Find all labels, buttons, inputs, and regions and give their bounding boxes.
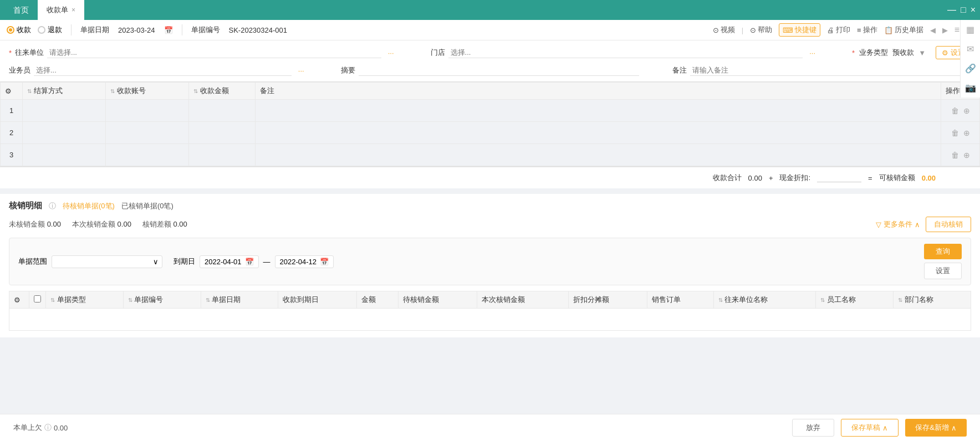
query-btn[interactable]: 查询 xyxy=(924,244,962,259)
amount-sort-icon: ⇅ xyxy=(193,88,198,94)
prev-icon[interactable]: ◀ xyxy=(930,26,936,34)
counterparty-field: * 往来单位 ··· xyxy=(9,47,397,58)
bt-type-sort-icon: ⇅ xyxy=(50,297,55,303)
bt-settings-icon[interactable]: ⚙ xyxy=(14,296,21,304)
camera-sidebar-icon[interactable]: 📷 xyxy=(965,83,976,93)
row-copy-icon-1[interactable]: ⊕ xyxy=(963,106,970,115)
auto-verify-btn[interactable]: 自动核销 xyxy=(926,217,971,232)
bt-col-employee-header: ⇅ 员工名称 xyxy=(816,291,894,309)
operation-btn[interactable]: ≡ 操作 xyxy=(857,25,877,35)
row-account-1[interactable] xyxy=(106,100,189,122)
row-copy-icon-2[interactable]: ⊕ xyxy=(963,129,970,137)
row-account-3[interactable] xyxy=(106,144,189,166)
table-sidebar-icon[interactable]: ▦ xyxy=(966,24,974,35)
help-btn[interactable]: ⊙ 帮助 xyxy=(750,25,772,35)
more-filter-btn[interactable]: ▽ 更多条件 ∧ xyxy=(876,219,920,229)
row-amount-2[interactable] xyxy=(189,122,256,144)
bottom-table: ⚙ ⇅ 单据类型 ⇅ 单据编号 ⇅ 单据日期 xyxy=(9,291,971,331)
radio-receipt[interactable]: 收款 xyxy=(7,25,31,35)
filter-right: ▽ 更多条件 ∧ 自动核销 xyxy=(876,217,971,232)
account-sort-icon: ⇅ xyxy=(110,88,115,94)
range-select-chevron-icon: ∨ xyxy=(153,258,159,266)
counterparty-input[interactable] xyxy=(47,47,381,58)
date-from-input[interactable]: 2022-04-01 📅 xyxy=(200,255,259,268)
print-btn[interactable]: 🖨 打印 xyxy=(827,25,850,35)
bt-store-sort-icon: ⇅ xyxy=(898,297,902,303)
discount-input[interactable] xyxy=(817,173,861,182)
radio-refund[interactable]: 退款 xyxy=(38,25,62,35)
doc-no-label: 单据编号 xyxy=(191,25,220,35)
shortcut-btn[interactable]: ⌨ 快捷键 xyxy=(779,23,820,37)
list-icon[interactable]: ≡ xyxy=(955,25,959,35)
window-maximize-icon[interactable]: □ xyxy=(961,5,966,15)
row-settlement-2[interactable] xyxy=(23,122,106,144)
next-icon[interactable]: ▶ xyxy=(942,26,948,34)
row-remark-3[interactable] xyxy=(256,144,941,166)
row-settlement-1[interactable] xyxy=(23,100,106,122)
envelope-sidebar-icon[interactable]: ✉ xyxy=(967,44,974,54)
row-delete-icon-2[interactable]: 🗑 xyxy=(951,129,959,137)
pending-tab[interactable]: 待核销单据(0笔) xyxy=(63,201,115,211)
discount-label: 现金折扣: xyxy=(779,173,810,183)
current-amount: 本次核销金额 0.00 xyxy=(72,219,131,229)
row-delete-icon-1[interactable]: 🗑 xyxy=(951,106,959,115)
active-tab-label: 收款单 xyxy=(47,0,68,20)
counterparty-more-icon[interactable]: ··· xyxy=(388,49,394,57)
window-minimize-icon[interactable]: — xyxy=(947,5,956,15)
filter-settings-btn[interactable]: 设置 xyxy=(924,263,962,279)
history-btn[interactable]: 📋 历史单据 xyxy=(884,25,923,35)
bt-select-all-checkbox[interactable] xyxy=(34,295,41,302)
bt-type-label: 单据类型 xyxy=(57,295,86,304)
salesperson-more-icon[interactable]: ··· xyxy=(298,66,304,75)
table-settings-icon[interactable]: ⚙ xyxy=(5,87,12,95)
row-remark-1[interactable] xyxy=(256,100,941,122)
row-amount-1[interactable] xyxy=(189,100,256,122)
bt-pending-label: 待核销金额 xyxy=(403,295,439,304)
date-filter-field: 到期日 2022-04-01 📅 — 2022-04-12 📅 xyxy=(173,255,334,268)
tab-close-icon[interactable]: × xyxy=(72,0,75,20)
done-tab[interactable]: 已核销单据(0笔) xyxy=(121,201,173,211)
operation-label: 操作 xyxy=(863,25,877,35)
link-sidebar-icon[interactable]: 🔗 xyxy=(965,63,976,74)
store-more-icon[interactable]: ··· xyxy=(809,49,815,57)
row-amount-3[interactable] xyxy=(189,144,256,166)
footer-btns: 放弃 保存草稿 ∧ 保存&新增 ∧ xyxy=(792,419,967,437)
toolbar-divider-1 xyxy=(71,24,72,35)
col-account-header: ⇅ 收款账号 xyxy=(106,83,189,100)
row-delete-icon-3[interactable]: 🗑 xyxy=(951,151,959,160)
tab-home[interactable]: 首页 xyxy=(4,0,38,20)
save-new-btn[interactable]: 保存&新增 ∧ xyxy=(905,419,967,437)
video-btn[interactable]: ⊙ 视频 xyxy=(713,25,735,35)
summary-input[interactable] xyxy=(359,65,640,76)
business-type-chevron-icon[interactable]: ▼ xyxy=(918,49,926,57)
row-account-2[interactable] xyxy=(106,122,189,144)
toolbar-right: ⊙ 视频 | ⊙ 帮助 ⌨ 快捷键 🖨 打印 ≡ 操作 📋 历史单据 ◀ ▶ ≡… xyxy=(713,23,973,37)
window-close-icon[interactable]: × xyxy=(971,5,976,15)
calendar-from-icon[interactable]: 📅 xyxy=(245,258,254,266)
bt-sales-label: 销售订单 xyxy=(652,295,681,304)
bt-empty-cell xyxy=(9,309,971,331)
calendar-icon[interactable]: 📅 xyxy=(164,26,173,34)
bt-col-settings-header[interactable]: ⚙ xyxy=(9,291,29,309)
row-settlement-3[interactable] xyxy=(23,144,106,166)
save-draft-btn[interactable]: 保存草稿 ∧ xyxy=(841,419,899,437)
doc-no-value: SK-20230324-001 xyxy=(229,26,288,34)
remark-input[interactable] xyxy=(690,65,971,76)
salesperson-input[interactable] xyxy=(34,65,292,76)
row-copy-icon-3[interactable]: ⊕ xyxy=(963,151,970,160)
bt-col-discount-header: 折扣分摊额 xyxy=(568,291,647,309)
bt-col-sales-header: 销售订单 xyxy=(647,291,713,309)
date-value: 2023-03-24 xyxy=(118,26,155,34)
date-to-input[interactable]: 2022-04-12 📅 xyxy=(275,255,334,268)
bt-col-checkbox-header xyxy=(29,291,46,309)
calendar-to-icon[interactable]: 📅 xyxy=(320,258,329,266)
verification-info-icon[interactable]: ⓘ xyxy=(49,201,56,211)
store-input[interactable] xyxy=(448,47,803,58)
range-select[interactable]: ∨ xyxy=(52,255,162,268)
abandon-btn[interactable]: 放弃 xyxy=(792,419,834,437)
row-remark-2[interactable] xyxy=(256,122,941,144)
col-settings-header[interactable]: ⚙ xyxy=(1,83,23,100)
bottom-table-container: ⚙ ⇅ 单据类型 ⇅ 单据编号 ⇅ 单据日期 xyxy=(9,291,971,331)
verification-header: 核销明细 ⓘ 待核销单据(0笔) 已核销单据(0笔) xyxy=(9,201,971,211)
tab-active[interactable]: 收款单 × xyxy=(38,0,84,20)
